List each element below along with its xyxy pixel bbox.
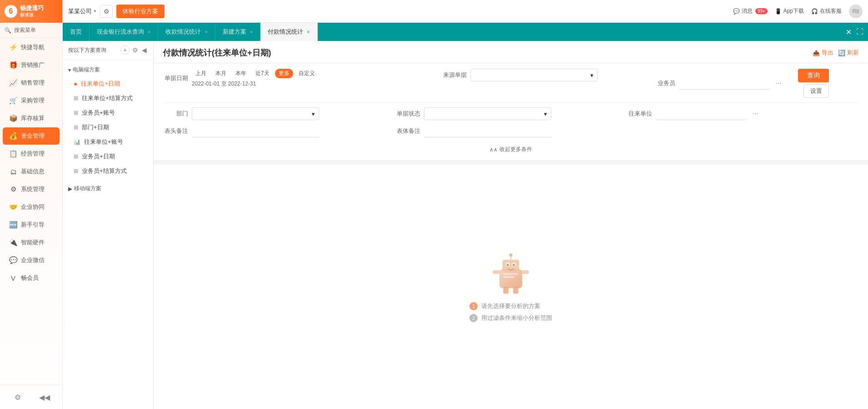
company-name: 某某公司 — [68, 7, 92, 15]
main-content: 某某公司 ▾ ⚙ 体验行业方案 💬 消息 99+ 📱 App下载 🎧 在线客服 — [63, 0, 868, 409]
topbar-settings-btn[interactable]: ⚙ — [100, 5, 113, 18]
tab-bank-flow[interactable]: 现金银行流水查询 × — [90, 23, 158, 41]
date-this-year-btn[interactable]: 本年 — [232, 69, 250, 78]
date-this-month-btn[interactable]: 本月 — [212, 69, 230, 78]
mobile-scheme-section[interactable]: ▶ 移动端方案 — [63, 182, 153, 195]
export-btn[interactable]: 📤 导出 — [813, 49, 833, 57]
chart-icon: ⊞ — [74, 95, 78, 101]
sidebar: 6 畅捷通巧 标准版 🔍 搜索菜单 ⚡ 快捷导航 🎁 营销推广 📈 销售管理 🛒… — [0, 0, 63, 409]
logo-icon: 6 — [5, 5, 17, 18]
add-scheme-btn[interactable]: + — [120, 45, 130, 55]
user-avatar[interactable]: Rit — [849, 5, 863, 18]
date-custom-btn[interactable]: 自定义 — [295, 69, 319, 78]
message-icon: 💬 — [733, 8, 740, 15]
notifications-btn[interactable]: 💬 消息 99+ — [733, 7, 768, 15]
date-more-btn[interactable]: 更多 — [275, 69, 293, 78]
sidebar-header: 6 畅捷通巧 标准版 — [0, 0, 62, 23]
scheme-item-label: 部门+日期 — [82, 123, 109, 131]
app-download-btn[interactable]: 📱 App下载 — [775, 7, 804, 15]
note-header-input[interactable] — [192, 125, 319, 137]
staff-input[interactable] — [679, 77, 770, 90]
query-btn[interactable]: 查询 — [798, 69, 829, 82]
unit-more-btn[interactable]: ··· — [750, 110, 761, 118]
sidebar-item-marketing[interactable]: 🎁 营销推广 — [3, 56, 60, 74]
sidebar-item-purchase[interactable]: 🛒 采购管理 — [3, 92, 60, 109]
maximize-icon[interactable]: ⛶ — [856, 28, 863, 36]
sidebar-item-finance[interactable]: 💰 资金管理 — [3, 127, 60, 145]
scheme-item-unit-date[interactable]: ● 往来单位+日期 — [63, 76, 153, 91]
date-label: 单据日期 — [163, 74, 188, 82]
sidebar-item-basic[interactable]: 🗂 基础信息 — [3, 163, 60, 180]
notifications-badge: 99+ — [755, 8, 768, 14]
tab-payment-close[interactable]: × — [307, 29, 309, 35]
sidebar-item-quick-nav[interactable]: ⚡ 快捷导航 — [3, 39, 60, 56]
collapse-up-icon: ∧∧ — [489, 146, 498, 153]
online-service-btn[interactable]: 🎧 在线客服 — [811, 7, 842, 15]
sidebar-item-guide[interactable]: 🆕 新手引导 — [3, 216, 60, 233]
docstatus-select[interactable]: ▾ — [424, 107, 551, 120]
sidebar-item-hardware[interactable]: 🔌 智能硬件 — [3, 234, 60, 251]
sidebar-item-member[interactable]: V 畅会员 — [3, 269, 60, 287]
sidebar-item-enterprise[interactable]: 🤝 企业协同 — [3, 198, 60, 216]
tab-payment[interactable]: 付款情况统计 × — [260, 23, 317, 41]
sidebar-item-inventory[interactable]: 📦 库存核算 — [3, 110, 60, 127]
note-body-label: 表体备注 — [395, 127, 420, 135]
scheme-item-staff-settlement[interactable]: ⊞ 业务员+结算方式 — [63, 164, 153, 178]
staff-more-btn[interactable]: ··· — [773, 79, 784, 87]
empty-state: 1 请先选择要分析的方案 2 用过滤条件来缩小分析范围 — [154, 165, 868, 409]
scheme-item-dept-date[interactable]: ⊞ 部门+日期 — [63, 120, 153, 135]
basic-icon: 🗂 — [9, 168, 17, 176]
scheme-item-unit-account[interactable]: 📊 往来单位+账号 — [63, 135, 153, 149]
refresh-btn[interactable]: 🔄 刷新 — [838, 49, 859, 57]
sidebar-item-label: 企业协同 — [21, 203, 45, 211]
close-all-tabs-icon[interactable]: ✕ — [846, 28, 852, 36]
tab-home[interactable]: 首页 — [63, 23, 90, 41]
sidebar-item-operations[interactable]: 📋 经营管理 — [3, 145, 60, 162]
scheme-item-unit-settlement[interactable]: ⊞ 往来单位+结算方式 — [63, 91, 153, 106]
scheme-settings-btn[interactable]: ⚙ — [131, 45, 139, 55]
export-icon: 📤 — [813, 50, 820, 56]
search-menu-btn[interactable]: 🔍 搜索菜单 — [0, 23, 62, 38]
empty-tip-2: 2 用过滤条件来缩小分析范围 — [469, 314, 552, 322]
app-download-label: App下载 — [783, 7, 804, 15]
sales-icon: 📈 — [9, 79, 17, 87]
filter-row-1: 单据日期 上月 本月 本年 近7天 更多 自定义 2022-01-01 至 20… — [163, 69, 859, 98]
tab-new-scheme[interactable]: 新建方案 × — [215, 23, 260, 41]
company-selector[interactable]: 某某公司 ▾ — [68, 7, 96, 15]
dept-select[interactable]: ▾ — [192, 107, 319, 120]
trial-btn[interactable]: 体验行业方案 — [116, 5, 165, 18]
scheme-item-staff-date[interactable]: ⊞ 业务员+日期 — [63, 149, 153, 164]
filter-dept-item: 部门 ▾ — [163, 107, 395, 120]
sidebar-item-label: 智能硬件 — [21, 238, 45, 247]
date-7days-btn[interactable]: 近7天 — [252, 69, 273, 78]
unit-input[interactable] — [656, 107, 747, 120]
tab-home-label: 首页 — [70, 28, 82, 36]
enterprise-icon: 🤝 — [9, 203, 17, 211]
scheme-item-label: 往来单位+日期 — [81, 80, 120, 88]
tab-collection[interactable]: 收款情况统计 × — [158, 23, 215, 41]
dept-label: 部门 — [163, 110, 188, 118]
sidebar-item-wechat[interactable]: 💬 企业微信 — [3, 252, 60, 269]
tab-collection-close[interactable]: × — [205, 29, 207, 35]
panel-collapse-btn[interactable]: ◀ — [141, 45, 148, 55]
desktop-scheme-title[interactable]: ▾ 电脑端方案 — [63, 63, 153, 76]
tab-new-scheme-close[interactable]: × — [250, 29, 253, 35]
sidebar-settings-btn[interactable]: ⚙ — [10, 390, 25, 404]
sidebar-item-system[interactable]: ⚙ 系统管理 — [3, 181, 60, 198]
date-last-month-btn[interactable]: 上月 — [192, 69, 210, 78]
sidebar-collapse-btn[interactable]: ◀◀ — [37, 390, 52, 404]
note-body-input[interactable] — [424, 125, 551, 137]
sidebar-item-sales[interactable]: 📈 销售管理 — [3, 74, 60, 91]
collapse-label: 收起更多条件 — [499, 146, 532, 153]
scheme-item-staff-account[interactable]: ⊞ 业务员+账号 — [63, 106, 153, 120]
refresh-label: 刷新 — [847, 49, 859, 57]
collapse-conditions-btn[interactable]: ∧∧ 收起更多条件 — [489, 146, 532, 153]
date-range-display: 2022-01-01 至 2022-12-31 — [192, 80, 319, 88]
filter-divider-1 — [163, 102, 859, 103]
settings-display-btn[interactable]: 设置 — [803, 84, 829, 98]
chart-icon: ⊞ — [74, 153, 78, 160]
source-select[interactable]: ▾ — [470, 69, 598, 81]
collapse-row: ∧∧ 收起更多条件 — [163, 142, 859, 155]
staff-label: 业务员 — [650, 79, 675, 87]
tab-bank-flow-close[interactable]: × — [148, 29, 150, 35]
